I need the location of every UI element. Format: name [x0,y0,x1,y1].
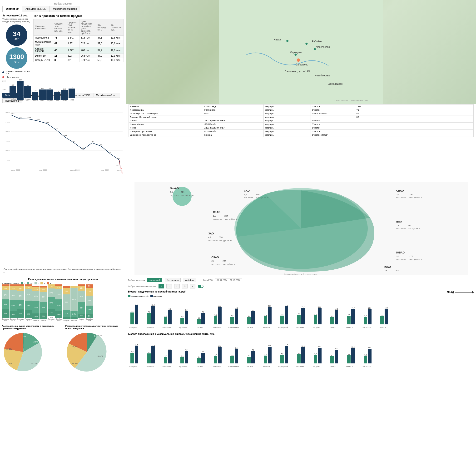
stacked-bar-2: 25%27%27%16% [17,284,24,318]
stacked-segment [2,284,9,286]
table-cell: 1 681 [66,40,80,47]
bar-chart: 200 100 0 183 Ноябрь 2022 280 Декабрь 17… [2,80,124,102]
list-item [409,122,474,126]
bar-year-label: 2023 [70,100,73,102]
bar-group-5: 150 Апрель [46,88,53,102]
table-cell: 328 тыс. [80,40,96,47]
svg-text:1486: 1486 [27,117,31,119]
svg-text:тыс. руб./кв. м: тыс. руб./кв. м [224,218,237,220]
svg-text:11,0: 11,0 [268,345,271,346]
btn-room0[interactable]: 0 [158,284,164,289]
svg-text:Рублёво: Рублёво [312,40,322,43]
tab-district39[interactable]: District 39 [3,6,22,12]
tab-mikhailovsky[interactable]: Михайловский парк [50,6,80,12]
bar-year-label: 2023 [26,100,29,102]
stacked-segment: 14% [78,286,85,290]
svg-text:290: 290 [409,193,413,196]
svg-rect-141 [251,311,255,324]
stacked-bar-4: 18%37%29%13% [32,286,39,319]
stacked-segment: 16% [17,286,24,291]
svg-text:35,5%: 35,5% [32,362,37,364]
list-item: А101 ДЕВЕЛОПМЕНТ [203,126,263,130]
svg-rect-151 [285,306,288,324]
stacked-segment: 32% [10,300,17,311]
btn-otdelka[interactable]: с отделкой [147,278,162,282]
svg-rect-240 [314,355,317,363]
svg-text:0,4: 0,4 [170,191,173,193]
svg-text:тыс. руб./кв. м: тыс. руб./кв. м [409,197,422,199]
stacked-segment: 30% [2,299,9,309]
svg-text:4,0: 4,0 [165,355,167,357]
svg-text:тыс. руб./кв. м: тыс. руб./кв. м [219,239,232,241]
stacked-segment: 35% [78,290,85,302]
svg-text:4,2: 4,2 [208,236,211,238]
svg-text:6,5: 6,5 [148,352,150,353]
svg-rect-236 [301,347,305,363]
svg-text:11,8: 11,8 [268,305,271,307]
stacked-bar-9: 24%86% [70,286,78,319]
svg-text:1366: 1366 [46,121,49,123]
svg-text:12,1: 12,1 [285,305,288,306]
stacked-segment: 37% [32,301,39,313]
svg-text:7,4: 7,4 [131,311,134,312]
toggle-circle[interactable] [198,285,204,288]
svg-rect-216 [235,349,238,363]
svg-text:НВ Дом: НВ Дом [247,366,253,368]
btn-room4[interactable]: 4 [190,284,195,289]
stat-sqm-label: КВ. М [14,61,19,63]
budget-legend: средневзвешенный максимум [128,295,474,297]
svg-text:5,4: 5,4 [264,314,267,316]
svg-text:278: 278 [409,255,413,257]
btn-room3[interactable]: 3 [182,284,187,289]
svg-text:Серебряный: Серебряный [278,326,288,328]
stacked-label: Саларьево 1 [2,318,9,322]
stacked-segment: 30% [10,290,17,300]
svg-text:221: 221 [181,191,185,193]
toggle-switch[interactable] [198,285,204,288]
svg-rect-176 [368,309,372,324]
stacked-segment: 13% [10,286,17,290]
row4: Распределение типов комнатности в экспоз… [0,276,476,476]
stacked-bar-wrapper-6: 22%35%26%13%Зел Фонтанка [48,284,55,322]
stacked-segment [10,284,17,286]
stacked-label: Купель [41,320,46,322]
svg-text:3,6: 3,6 [396,255,399,257]
svg-text:1250: 1250 [5,140,10,142]
svg-rect-161 [318,308,322,324]
stacked-bar-8: 22%46%20% [63,286,70,319]
legend-f1: ф1 [27,282,33,284]
stacked-segment: 27% [2,290,9,299]
svg-text:САО: САО [244,189,250,192]
svg-text:тыс. руб./кв. м: тыс. руб./кв. м [181,194,193,196]
stacked-segment: 13% [32,287,39,291]
svg-rect-166 [335,310,338,324]
svg-rect-231 [285,346,288,363]
svg-text:11,8: 11,8 [318,306,321,308]
list-item [355,122,409,126]
stacked-bar-wrapper-11: 8%18%22%17%7%Серебряный [86,284,93,322]
stacked-bar-3: 22%30%34%10% [25,284,32,318]
stacked-label: Прокшино 2 [25,318,32,322]
btn-bez-otdelki[interactable]: без отделки [165,278,181,282]
btn-whitebox[interactable]: whitebox [183,278,196,282]
tab-akvilon[interactable]: Аквилон BESIDE [22,6,50,12]
table-cell: 400 тыс. [80,47,96,54]
row3-right: ЗелАО 0,4 тыс. лотов 221 тыс. руб./кв. м… [126,181,476,277]
svg-text:1,2%: 1,2% [22,336,26,338]
btn-room1[interactable]: 1 [166,284,172,289]
svg-text:Серебряный: Серебряный [278,366,288,368]
stacked-segment: 27% [17,300,24,309]
bar [10,86,16,98]
stacked-label: Прокшино [17,318,24,322]
stacked-bar-wrapper-4: 18%37%29%13%Лесные [32,286,39,322]
svg-text:5,9: 5,9 [314,313,317,315]
list-item [409,119,474,122]
svg-text:Прокшино: Прокшино [213,366,221,368]
stacked-segment: 20% [10,311,17,318]
svg-text:289: 289 [256,193,259,196]
svg-text:4,4: 4,4 [248,315,250,317]
list-item [311,116,355,119]
btn-room2[interactable]: 2 [174,284,180,289]
stacked-bar-wrapper-7: 19%36%31%10%Октябрьское [55,284,62,322]
svg-text:Сев. Москва: Сев. Москва [362,366,372,367]
